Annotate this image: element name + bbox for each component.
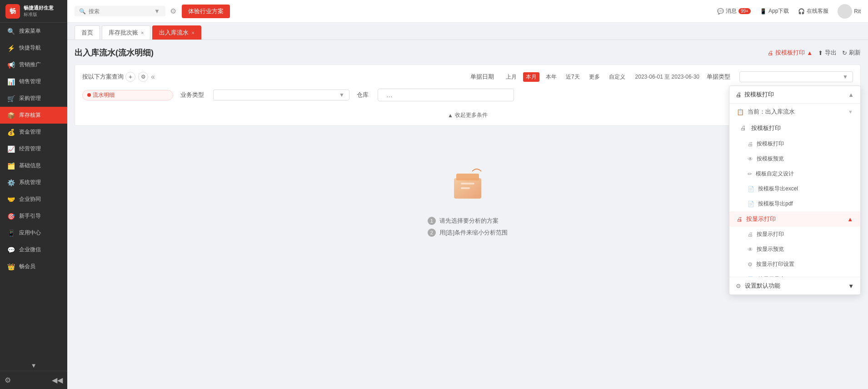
sidebar-item-search[interactable]: 🔍 搜索菜单	[0, 23, 67, 40]
svg-rect-2	[461, 183, 474, 185]
sidebar-item-marketing[interactable]: 📢 营销推广	[0, 56, 67, 73]
filter-collapse-icon[interactable]: «	[151, 73, 155, 81]
filter-setting-btn[interactable]: ⚙	[138, 72, 148, 82]
chip-label: 流水明细	[93, 91, 115, 99]
tab-stock-flow[interactable]: 出入库流水 ×	[152, 25, 201, 40]
search-dropdown-icon[interactable]: ▼	[154, 8, 160, 15]
scroll-down-btn[interactable]: ▼	[30, 362, 36, 369]
search-icon: 🔍	[79, 8, 86, 15]
collapse-sidebar-icon[interactable]: ◀◀	[52, 376, 63, 384]
message-badge: 99+	[738, 8, 751, 14]
sidebar-item-member[interactable]: 👑 畅会员	[0, 258, 67, 275]
sidebar-item-inventory[interactable]: 📦 库存核算	[0, 107, 67, 124]
nav-label-system: 系统管理	[19, 179, 61, 186]
page-header: 出入库流水(流水明细) 🖨 按模板打印 ▲ ⬆ 导出 ↻ 刷新	[75, 47, 861, 58]
nav-icon-guide: 🎯	[6, 213, 15, 220]
dropdown-subitem-display-preview[interactable]: 👁 按显示预览	[729, 242, 860, 257]
sidebar-item-apps[interactable]: 📱 应用中心	[0, 224, 67, 241]
sidebar-item-operations[interactable]: 📈 经营管理	[0, 140, 67, 157]
empty-icon	[445, 162, 490, 208]
topbar: 🔍 ▼ ⚙ 体验行业方案 💬 消息 99+ 📱 App下载 🎧 在线客服 Rit	[67, 0, 868, 23]
dropdown-subitem-template-pdf[interactable]: 📄 按模板导出pdf	[729, 196, 860, 211]
online-service-btn[interactable]: 🎧 在线客服	[798, 7, 828, 15]
sidebar-item-system[interactable]: ⚙️ 系统管理	[0, 174, 67, 191]
industry-btn[interactable]: 体验行业方案	[182, 5, 230, 18]
filter-add-btn[interactable]: +	[125, 72, 135, 82]
nav-icon-operations: 📈	[6, 145, 15, 153]
close-tab-batch[interactable]: ×	[141, 30, 144, 35]
topbar-search-box[interactable]: 🔍 ▼	[75, 6, 165, 16]
logo-icon: 畅	[5, 4, 20, 19]
sidebar-scroll-down[interactable]: ▼	[0, 360, 67, 371]
template-print-icon: 🖨	[740, 125, 748, 132]
filter-row-1: 按以下方案查询 + ⚙ « 单据日期 上月 本月 本年 近7天 更多 自定义 2…	[82, 71, 853, 82]
date-tab-this-month[interactable]: 本月	[523, 72, 539, 82]
user-area[interactable]: Rit	[838, 4, 861, 19]
search-input[interactable]	[89, 8, 152, 15]
sidebar-item-sales[interactable]: 📊 销售管理	[0, 73, 67, 90]
date-tab-7days[interactable]: 近7天	[563, 72, 583, 82]
nav-icon-purchase: 🛒	[6, 95, 15, 102]
refresh-btn[interactable]: ↻ 刷新	[842, 49, 861, 57]
page-content: 出入库流水(流水明细) 🖨 按模板打印 ▲ ⬆ 导出 ↻ 刷新	[67, 40, 868, 389]
dropdown-subitem-template-print[interactable]: 🖨 按模板打印	[729, 136, 860, 151]
tab-home[interactable]: 首页	[75, 25, 100, 40]
sidebar-item-quick-nav[interactable]: ⚡ 快捷导航	[0, 40, 67, 56]
type-label: 单据类型	[707, 73, 730, 81]
dropdown-chevron-up[interactable]: ▲	[848, 91, 854, 98]
dropdown-item-template-print-header[interactable]: 🖨 按模板打印	[729, 120, 860, 136]
nav-label-search: 搜索菜单	[19, 27, 61, 35]
empty-steps: 1 请先选择要分析的方案 2 用[选]条件来缩小分析范围	[428, 217, 508, 237]
message-btn[interactable]: 💬 消息 99+	[717, 7, 751, 15]
dropdown-subitem-display-print[interactable]: 🖨 按显示打印	[729, 227, 860, 242]
sub-pdf-icon-1: 📄	[748, 201, 754, 207]
close-tab-stock[interactable]: ×	[191, 30, 194, 35]
sub-preview-icon-1: 👁	[748, 156, 753, 162]
nav-icon-marketing: 📢	[6, 61, 15, 69]
logo-text: 畅捷通好生意 标准版	[24, 5, 54, 18]
export-btn[interactable]: ⬆ 导出	[818, 49, 837, 57]
tab-batch-account[interactable]: 库存批次账 ×	[102, 25, 150, 40]
avatar	[838, 4, 852, 19]
date-tab-more[interactable]: 更多	[586, 72, 603, 82]
nav-icon-member: 👑	[6, 263, 15, 270]
dropdown-subitem-display-settings[interactable]: ⚙ 按显示打印设置	[729, 257, 860, 272]
sidebar: 畅 畅捷通好生意 标准版 🔍 搜索菜单 ⚡ 快捷导航 📢 营销推广 📊 销售管理…	[0, 0, 67, 389]
sidebar-item-basic[interactable]: 🗂️ 基础信息	[0, 157, 67, 174]
dropdown-subitem-template-design[interactable]: ✏ 模板自定义设计	[729, 166, 860, 181]
refresh-icon: ↻	[842, 50, 847, 56]
dropdown-subitem-template-excel[interactable]: 📄 按模板导出excel	[729, 181, 860, 196]
sidebar-item-purchase[interactable]: 🛒 采购管理	[0, 90, 67, 107]
sidebar-item-guide[interactable]: 🎯 新手引导	[0, 208, 67, 224]
date-tab-custom[interactable]: 自定义	[606, 72, 628, 82]
print-template-btn[interactable]: 🖨 按模板打印 ▲	[768, 49, 813, 57]
page-title: 出入库流水(流水明细)	[75, 47, 154, 58]
filter-chip[interactable]: 流水明细	[82, 90, 173, 100]
nav-label-finance: 资金管理	[19, 128, 61, 136]
sidebar-item-wecom[interactable]: 💬 企业微信	[0, 241, 67, 258]
print-header-icon: 🖨	[736, 91, 742, 98]
sidebar-item-finance[interactable]: 💰 资金管理	[0, 124, 67, 140]
dropdown-subitem-display-excel[interactable]: 📄 按显示导出excel	[729, 272, 860, 277]
business-type-select[interactable]: ▼	[213, 90, 349, 100]
tabs-bar: 首页 库存批次账 × 出入库流水 ×	[67, 23, 868, 40]
dropdown-subitem-template-preview[interactable]: 👁 按模板预览	[729, 151, 860, 166]
date-tab-last-month[interactable]: 上月	[503, 72, 519, 82]
nav-label-member: 畅会员	[19, 263, 61, 270]
nav-label-basic: 基础信息	[19, 162, 61, 170]
dropdown-footer[interactable]: ⚙ 设置默认功能 ▼	[729, 277, 860, 294]
date-tab-this-year[interactable]: 本年	[543, 72, 559, 82]
dropdown-section-display-print[interactable]: 🖨 按显示打印 ▲	[729, 211, 860, 227]
warehouse-more-btn[interactable]: ...	[386, 91, 392, 99]
headset-icon: 🎧	[798, 8, 805, 15]
settings-icon[interactable]: ⚙	[5, 376, 11, 384]
collapse-btn[interactable]: ▲ 收起更多条件	[448, 111, 488, 119]
app-download-btn[interactable]: 📱 App下载	[760, 7, 789, 15]
sidebar-item-collab[interactable]: 🤝 企业协同	[0, 191, 67, 208]
business-select-arrow: ▼	[339, 92, 344, 98]
warehouse-select[interactable]: ...	[378, 89, 514, 101]
export-icon: ⬆	[818, 50, 823, 56]
type-select[interactable]: ▼	[739, 71, 853, 82]
print-dropdown-panel: 🖨 按模板打印 ▲ 📋 当前：出入库流水 ▼ 🖨 按模板打印	[729, 85, 861, 295]
topbar-settings-icon[interactable]: ⚙	[170, 7, 176, 15]
